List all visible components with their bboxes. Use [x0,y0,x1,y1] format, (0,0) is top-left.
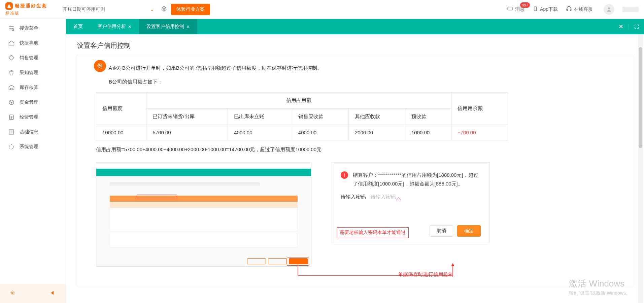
doc-icon [8,114,15,121]
vertical-scrollbar[interactable] [638,34,643,303]
illustration-row: ! 结算客户：************的信用占用额为[1888.00元]，超过了… [96,162,614,267]
scroll-thumb[interactable] [639,47,642,148]
accounting-date-selector[interactable]: 开账日期可停用可删 ⌄ [63,6,157,12]
cancel-button[interactable]: 取消 [430,225,453,237]
example-line-2: B公司的信用额占如下： [109,77,322,86]
user-name-placeholder [622,7,639,12]
coin-icon [8,99,15,106]
cell: 2000.00 [348,125,405,140]
th-sub: 销售应收款 [292,109,348,125]
messages-badge: 99+ [520,2,530,8]
doc-panel: 例 A企对B公司进行开单时，如果B公司的 信用占用额超过了信用额度，则在保存时进… [77,55,633,286]
brand-logo: 畅捷通好生意 标准版 [5,2,63,16]
example-line-1: A企对B公司进行开单时，如果B公司的 信用占用额超过了信用额度，则在保存时进行信… [109,63,322,72]
sidebar-label: 库存核算 [20,85,38,91]
watermark-line1: 激活 Windows [569,278,631,290]
close-icon[interactable]: ✕ [128,24,132,29]
credit-table: 信用额度 信用占用额 信用用余额 已订货未销货/出库 已出库未立账 销售应收款 … [96,92,508,140]
connector-caption: 单据保存时进行信用控制 [237,271,614,278]
sidebar-item-search[interactable]: 搜索菜单 [0,21,66,36]
sidebar-label: 采购管理 [20,70,38,76]
tab-credit-control[interactable]: 设置客户信用控制 ✕ [139,19,197,34]
sidebar-label: 经营管理 [20,114,38,120]
sidebar-item-operations[interactable]: 经营管理 [0,110,66,125]
footer-gear-icon[interactable] [9,290,15,298]
date-field-highlight [137,195,177,199]
th-quota: 信用额度 [96,93,146,125]
brand-edition: 标准版 [5,10,20,16]
password-label: 请输入密码 [341,194,366,200]
cell: 4000.00 [292,125,348,140]
customer-service-link[interactable]: 在线客服 [566,6,593,13]
svg-rect-4 [570,9,571,11]
home-icon [8,40,15,46]
dialog-message: 结算客户：************的信用占用额为[1888.00元]，超过了信用… [353,171,481,188]
warning-icon: ! [341,171,348,179]
sidebar-label: 搜索菜单 [20,25,38,31]
sidebar-item-sales[interactable]: 销售管理 [0,50,66,65]
sidebar-item-inventory[interactable]: 库存核算 [0,80,66,95]
app-download-link[interactable]: App下载 [533,6,558,12]
tab-label: 设置客户信用控制 [146,24,184,30]
sidebar-item-finance[interactable]: 资金管理 [0,95,66,110]
sidebar-label: 基础信息 [20,129,38,135]
svg-point-5 [608,7,610,9]
tab-home[interactable]: 首页 [66,19,90,34]
credit-formula: 信用占用额=5700.00+4000.00+4000.00+2000.00-10… [96,146,614,153]
sidebar-label: 快捷导航 [20,40,38,46]
close-all-tabs-icon[interactable]: ✕ [613,23,629,30]
sidebar-item-quicknav[interactable]: 快捷导航 [0,36,66,50]
search-icon [8,25,15,32]
headset-icon [566,6,572,13]
cell: 10000.00 [96,125,146,140]
sidebar-label: 资金管理 [20,99,38,105]
svg-rect-3 [567,9,568,11]
watermark-line2: 转到"设置"以激活 Windows。 [569,290,631,296]
form-icon [8,129,15,135]
date-select-label: 开账日期可停用可删 [63,6,105,12]
tab-credit-analysis[interactable]: 客户信用分析 ✕ [90,19,139,34]
chevron-down-icon: ⌄ [150,7,154,12]
embedded-screenshot [96,162,311,267]
tab-bar: 首页 客户信用分析 ✕ 设置客户信用控制 ✕ ✕ [66,19,644,34]
topbar: 畅捷通好生意 标准版 开账日期可停用可删 ⌄ 体验行业方案 消息 99+ App… [0,0,644,19]
warehouse-icon [8,84,15,91]
page-title: 设置客户信用控制 [77,41,633,50]
cell: 1000.00 [405,125,451,140]
collapse-sidebar-icon[interactable] [49,290,56,297]
th-sub: 已出库未立账 [228,109,292,125]
callout-pointer-icon [396,198,401,201]
logo-icon [5,2,13,10]
th-sub: 预收款 [405,109,451,125]
bag-icon [8,69,15,76]
save-button-highlight [287,258,309,266]
sidebar-label: 销售管理 [20,55,38,61]
credit-warning-dialog: ! 结算客户：************的信用占用额为[1888.00元]，超过了… [332,162,490,243]
tag-icon [8,55,15,61]
experience-industry-button[interactable]: 体验行业方案 [171,4,210,15]
sidebar-item-purchase[interactable]: 采购管理 [0,65,66,80]
svg-point-10 [9,144,13,149]
messages-link[interactable]: 消息 99+ [507,6,524,13]
sidebar-item-basicinfo[interactable]: 基础信息 [0,125,66,139]
confirm-button[interactable]: 确定 [457,225,481,237]
password-callout: 需要老板输入密码本单才能通过 [337,227,409,238]
message-icon [507,6,513,13]
password-input[interactable]: 请输入密码 [371,194,396,200]
app-download-label: App下载 [540,6,558,12]
user-avatar[interactable] [604,4,614,15]
customer-service-label: 在线客服 [574,6,593,12]
settings-gear-icon[interactable] [161,6,167,13]
svg-point-11 [12,292,13,294]
sidebar-item-system[interactable]: 系统管理 [0,139,66,154]
cell: 4000.00 [228,125,292,140]
th-occupy: 信用占用额 [146,93,451,109]
gear-icon [8,143,15,150]
example-badge: 例 [94,60,106,72]
fullscreen-icon[interactable] [629,24,644,29]
svg-rect-1 [508,7,512,10]
close-icon[interactable]: ✕ [186,24,190,29]
svg-point-6 [12,29,14,31]
tab-label: 客户信用分析 [98,24,126,30]
tab-label: 首页 [73,24,83,30]
